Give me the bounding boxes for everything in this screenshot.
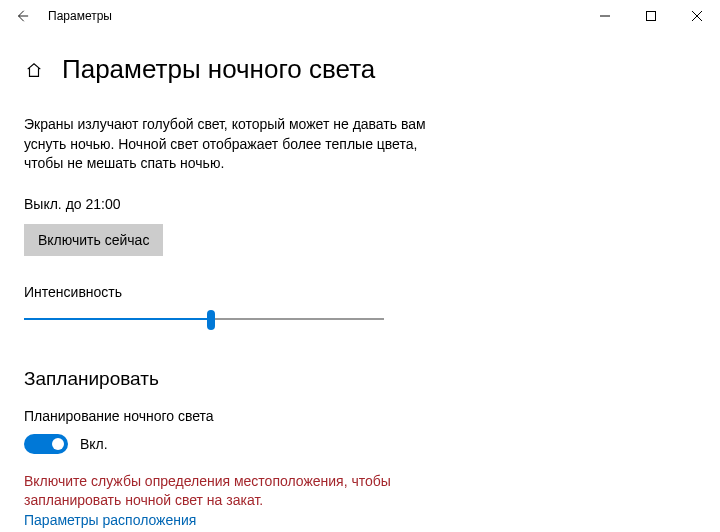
schedule-toggle-row: Вкл. [24,434,696,454]
home-button[interactable] [24,60,44,80]
toggle-knob [52,438,64,450]
schedule-title: Запланировать [24,368,696,390]
status-text: Выкл. до 21:00 [24,196,696,212]
schedule-label: Планирование ночного света [24,408,696,424]
close-icon [692,11,702,21]
minimize-icon [600,11,610,21]
location-settings-link[interactable]: Параметры расположения [24,512,196,528]
home-icon [25,61,43,79]
toggle-state-text: Вкл. [80,436,108,452]
minimize-button[interactable] [582,0,628,32]
enable-now-button[interactable]: Включить сейчас [24,224,163,256]
svg-rect-0 [647,12,656,21]
back-button[interactable] [8,2,36,30]
page-title: Параметры ночного света [62,54,375,85]
content-area: Параметры ночного света Экраны излучают … [0,54,720,529]
page-header: Параметры ночного света [24,54,696,85]
schedule-toggle[interactable] [24,434,68,454]
maximize-icon [646,11,656,21]
location-warning: Включите службы определения местоположен… [24,472,454,510]
slider-thumb[interactable] [207,310,215,330]
window-title: Параметры [48,9,112,23]
maximize-button[interactable] [628,0,674,32]
description-text: Экраны излучают голубой свет, который мо… [24,115,454,174]
window-controls [582,0,720,32]
titlebar: Параметры [0,0,720,32]
intensity-slider[interactable] [24,308,384,332]
intensity-label: Интенсивность [24,284,696,300]
arrow-left-icon [15,9,29,23]
slider-fill [24,318,211,320]
close-button[interactable] [674,0,720,32]
